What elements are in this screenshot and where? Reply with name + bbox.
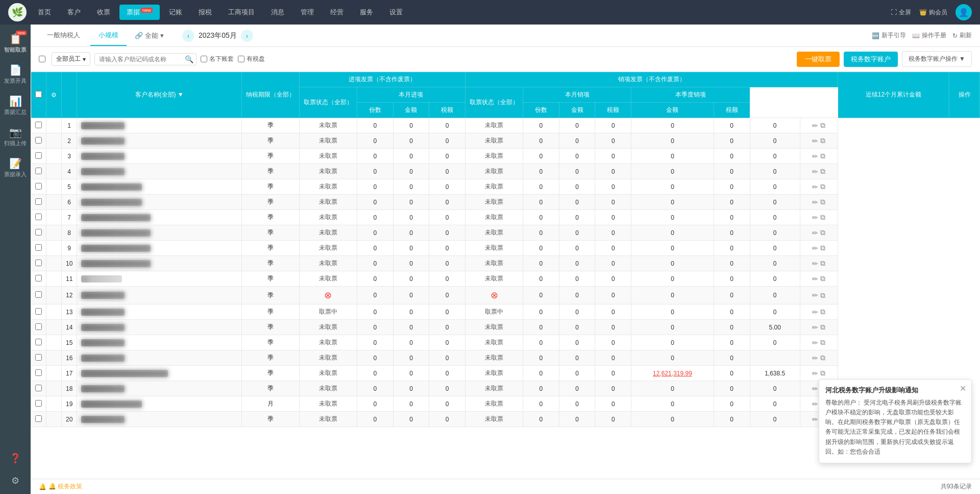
edit-btn[interactable]: ✏ <box>812 168 818 176</box>
copy-btn[interactable]: ⧉ <box>820 198 825 206</box>
copy-btn[interactable]: ⧉ <box>820 323 825 332</box>
copy-btn[interactable]: ⧉ <box>820 291 825 300</box>
td-checkbox[interactable] <box>31 225 46 241</box>
td-checkbox[interactable] <box>31 287 46 304</box>
nav-business[interactable]: 工商项目 <box>221 5 262 20</box>
edit-btn[interactable]: ✏ <box>812 229 818 237</box>
th-jin-status[interactable]: 取票状态（全部） <box>299 87 357 118</box>
nav-message[interactable]: 消息 <box>264 5 291 20</box>
edit-btn[interactable]: ✏ <box>812 198 818 206</box>
td-checkbox[interactable] <box>31 320 46 335</box>
member-btn[interactable]: 👑 购会员 <box>919 8 947 17</box>
row-checkbox[interactable] <box>35 291 42 298</box>
td-checkbox[interactable] <box>31 350 46 366</box>
row-checkbox[interactable] <box>35 308 42 315</box>
xiaxiang-checkbox[interactable] <box>201 56 207 62</box>
td-checkbox[interactable] <box>31 396 46 412</box>
nav-manage[interactable]: 管理 <box>293 5 321 20</box>
td-checkbox[interactable] <box>31 149 46 164</box>
edit-btn[interactable]: ✏ <box>812 244 818 252</box>
date-next-btn[interactable]: › <box>241 30 253 42</box>
copy-btn[interactable]: ⧉ <box>820 182 825 191</box>
row-checkbox[interactable] <box>35 354 42 361</box>
copy-btn[interactable]: ⧉ <box>820 244 825 252</box>
youshui-checkbox-label[interactable]: 有税盘 <box>238 55 265 63</box>
copy-btn[interactable]: ⧉ <box>820 228 825 237</box>
copy-btn[interactable]: ⧉ <box>820 167 825 176</box>
nav-client[interactable]: 客户 <box>60 5 88 20</box>
tax-policy-link[interactable]: 🔔 税务政策 <box>48 482 82 491</box>
copy-btn[interactable]: ⧉ <box>820 338 825 347</box>
row-checkbox[interactable] <box>35 137 42 144</box>
edit-btn[interactable]: ✏ <box>812 275 818 283</box>
copy-btn[interactable]: ⧉ <box>820 136 825 145</box>
copy-btn[interactable]: ⧉ <box>820 369 825 378</box>
row-checkbox[interactable] <box>35 400 42 407</box>
nav-home[interactable]: 首页 <box>31 5 58 20</box>
row-checkbox[interactable] <box>35 122 42 128</box>
td-checkbox[interactable] <box>31 241 46 256</box>
header-checkbox[interactable] <box>35 91 42 98</box>
copy-btn[interactable]: ⧉ <box>820 259 825 268</box>
nav-piao[interactable]: 票据new <box>119 5 160 20</box>
copy-btn[interactable]: ⧉ <box>820 213 825 222</box>
sidebar-item-scan-upload[interactable]: 📷 扫描上传 <box>2 122 29 151</box>
td-checkbox[interactable] <box>31 381 46 396</box>
edit-btn[interactable]: ✏ <box>812 152 818 160</box>
nav-settings[interactable]: 设置 <box>382 5 410 20</box>
td-checkbox[interactable] <box>31 210 46 225</box>
digital-operation-btn[interactable]: 税务数字账户操作 ▼ <box>902 51 972 67</box>
nav-invoice[interactable]: 收票 <box>90 5 117 20</box>
edit-btn[interactable]: ✏ <box>812 339 818 347</box>
edit-btn[interactable]: ✏ <box>812 122 818 130</box>
row-checkbox[interactable] <box>35 229 42 236</box>
th-client[interactable]: 客户名称(全部) ▼ <box>77 72 242 118</box>
td-checkbox[interactable] <box>31 118 46 133</box>
nav-operation[interactable]: 经营 <box>323 5 351 20</box>
one-click-btn[interactable]: 一键取票 <box>797 52 840 67</box>
sidebar-item-invoice-summary[interactable]: 📊 票据汇总 <box>2 91 29 120</box>
fullscreen-btn[interactable]: ⛶ 全屏 <box>891 8 911 17</box>
row-checkbox[interactable] <box>35 369 42 376</box>
td-checkbox[interactable] <box>31 133 46 149</box>
edit-btn[interactable]: ✏ <box>812 308 818 316</box>
td-checkbox[interactable] <box>31 366 46 381</box>
digital-account-btn[interactable]: 税务数字账户 <box>844 52 898 67</box>
sidebar-item-invoice-entry[interactable]: 📝 票据录入 <box>2 153 29 182</box>
row-checkbox[interactable] <box>35 415 42 422</box>
row-checkbox[interactable] <box>35 323 42 330</box>
search-input[interactable] <box>94 53 197 65</box>
row-checkbox[interactable] <box>35 183 42 190</box>
td-checkbox[interactable] <box>31 164 46 179</box>
row-checkbox[interactable] <box>35 275 42 281</box>
sidebar-help-btn[interactable]: ❓ <box>2 449 29 467</box>
row-checkbox[interactable] <box>35 339 42 345</box>
row-checkbox[interactable] <box>35 152 42 159</box>
tab-general[interactable]: 一般纳税人 <box>39 26 88 46</box>
manual-btn[interactable]: 📖 操作手册 <box>912 31 946 40</box>
edit-btn[interactable]: ✏ <box>812 183 818 191</box>
tab-all-dropdown[interactable]: 🔗 全能 ▾ <box>129 27 170 44</box>
copy-btn[interactable]: ⧉ <box>820 354 825 362</box>
td-checkbox[interactable] <box>31 335 46 350</box>
td-checkbox[interactable] <box>31 195 46 210</box>
notification-close-btn[interactable]: ✕ <box>960 384 966 393</box>
nav-tax[interactable]: 报税 <box>191 5 219 20</box>
youshui-checkbox[interactable] <box>238 56 244 62</box>
nav-service[interactable]: 服务 <box>353 5 380 20</box>
td-checkbox[interactable] <box>31 179 46 195</box>
td-checkbox[interactable] <box>31 271 46 287</box>
th-xiao-status[interactable]: 取票状态（全部） <box>465 87 523 118</box>
row-checkbox[interactable] <box>35 385 42 391</box>
sidebar-settings-btn[interactable]: ⚙ <box>2 472 29 490</box>
edit-btn[interactable]: ✏ <box>812 415 818 424</box>
copy-btn[interactable]: ⧉ <box>820 121 825 130</box>
edit-btn[interactable]: ✏ <box>812 400 818 408</box>
td-checkbox[interactable] <box>31 412 46 427</box>
tab-small[interactable]: 小规模 <box>90 26 127 46</box>
copy-btn[interactable]: ⧉ <box>820 308 825 316</box>
edit-btn[interactable]: ✏ <box>812 323 818 332</box>
refresh-btn[interactable]: ↻ 刷新 <box>952 31 972 40</box>
edit-btn[interactable]: ✏ <box>812 385 818 393</box>
copy-btn[interactable]: ⧉ <box>820 152 825 160</box>
